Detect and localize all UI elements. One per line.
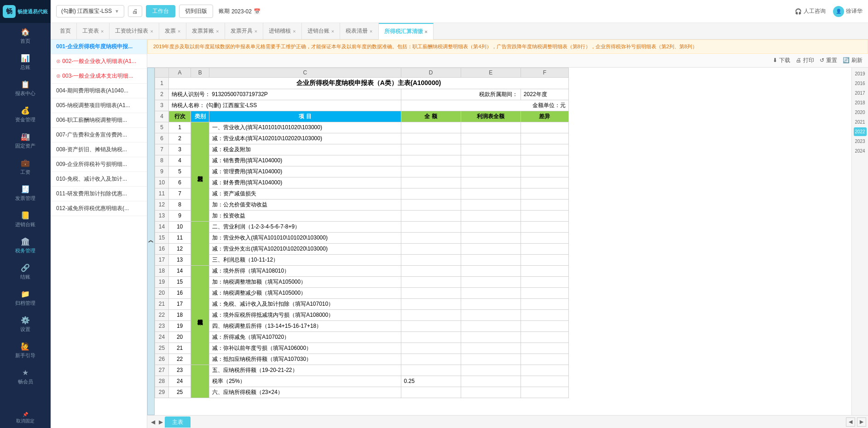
timeline-2019[interactable]: 2019 bbox=[854, 69, 867, 78]
category-empty2 bbox=[191, 365, 209, 398]
left-panel-item-010[interactable]: 010-免税、减计收入及加计... bbox=[51, 172, 147, 187]
sidebar-item-close[interactable]: 🔗 结账 bbox=[0, 259, 51, 285]
table-row: 29 25 六、应纳所得税额（23×24） bbox=[155, 387, 569, 398]
headset-icon: 🎧 bbox=[795, 8, 802, 15]
sidebar-item-ledger[interactable]: 📊 总账 bbox=[0, 49, 51, 75]
timeline-2017[interactable]: 2017 bbox=[854, 89, 867, 97]
scroll-left-btn[interactable]: ◀ bbox=[846, 417, 855, 427]
col-label-leibie: 类别 bbox=[191, 111, 209, 122]
left-panel-item-006[interactable]: 006-职工薪酬纳税调整明细... bbox=[51, 113, 147, 128]
col-E: E bbox=[461, 68, 521, 77]
print-icon: 🖨 bbox=[796, 57, 801, 63]
left-panel-item-008[interactable]: 008-资产折旧、摊销及纳税... bbox=[51, 143, 147, 157]
sidebar-item-invoice[interactable]: 🧾 发票管理 bbox=[0, 180, 51, 206]
col-C: C bbox=[209, 68, 401, 77]
scroll-right-btn[interactable]: ▶ bbox=[857, 417, 866, 427]
sheet-nav-right[interactable]: ▶ bbox=[157, 419, 165, 425]
sidebar-item-purchase[interactable]: 📒 进销台账 bbox=[0, 206, 51, 233]
tab-invoice-calc-close[interactable]: × bbox=[216, 29, 219, 34]
timeline-2018[interactable]: 2018 bbox=[854, 98, 867, 107]
download-button[interactable]: ⬇ 下载 bbox=[773, 57, 790, 64]
table-row: 14 10 二、营业利润（1-2-3-4-5-6-7-8+9） bbox=[155, 221, 569, 232]
timeline-2020[interactable]: 2020 bbox=[854, 108, 867, 117]
refresh-button[interactable]: 🔄 刷新 bbox=[843, 57, 862, 64]
tab-purchase-audit[interactable]: 进销稽核 × bbox=[263, 23, 301, 40]
tab-purchase-ledger[interactable]: 进销台账 × bbox=[302, 23, 340, 40]
tab-invoice-close[interactable]: × bbox=[178, 29, 180, 34]
left-panel-item-005[interactable]: 005-纳税调整项目明细表(A1... bbox=[51, 98, 147, 113]
account-period-value: 2023-02 bbox=[231, 8, 252, 15]
table-title-cell: 企业所得税年度纳税申报表（A类）主表(A100000) bbox=[169, 77, 569, 89]
table-row: 24 20 减：所得减免（填写A107020） bbox=[155, 331, 569, 342]
tab-home-label: 首页 bbox=[60, 27, 71, 35]
tab-invoice[interactable]: 发票 × bbox=[159, 23, 186, 40]
timeline-2024[interactable]: 2024 bbox=[854, 147, 867, 155]
sidebar-item-assets[interactable]: 🏭 固定资产 bbox=[0, 128, 51, 154]
timeline-2016[interactable]: 2016 bbox=[854, 79, 867, 88]
consult-button[interactable]: 🎧 人工咨询 bbox=[795, 7, 826, 15]
col-A: A bbox=[169, 68, 191, 77]
sidebar-item-label: 报表中心 bbox=[15, 90, 35, 97]
tax-icon: 🏛️ bbox=[21, 237, 30, 246]
reset-button[interactable]: ↺ 重置 bbox=[820, 57, 837, 64]
timeline-2022[interactable]: 2022 bbox=[854, 127, 867, 136]
left-panel-item-001[interactable]: 001-企业所得税年度纳税申报... bbox=[51, 40, 147, 54]
sheet-nav-left[interactable]: ◀ bbox=[149, 419, 157, 425]
print-button[interactable]: 🖨 打印 bbox=[796, 57, 814, 64]
sheet-tab-main[interactable]: 主表 bbox=[165, 417, 191, 428]
right-timeline: 2019 2016 2017 2018 2020 2021 2022 2023 … bbox=[851, 68, 868, 416]
company-selector[interactable]: (勾删) 江西服宝-LSS ▼ bbox=[56, 5, 124, 17]
table-row: 7 3 减：税金及附加 bbox=[155, 144, 569, 155]
tab-invoice-calc[interactable]: 发票算账 × bbox=[186, 23, 225, 40]
title-row: 1 企业所得税年度纳税申报表（A类）主表(A100000) bbox=[155, 77, 569, 89]
finance-icon: 💰 bbox=[21, 106, 30, 115]
unpin-button[interactable]: 📌 取消固定 bbox=[0, 408, 51, 428]
sidebar-item-settings[interactable]: ⚙️ 设置 bbox=[0, 311, 51, 337]
notice-text: 2019年度步及取以前年度延续数据的申报表单元格需要手工维护正确，才能保证本年及… bbox=[153, 44, 697, 49]
switch-button[interactable]: 切到旧版 bbox=[179, 5, 213, 18]
table-row: 21 17 减：免税、减计收入及加计扣除（填写A107010） bbox=[155, 298, 569, 309]
print-icon-button[interactable]: 🖨 bbox=[128, 6, 142, 17]
tax-period-label-cell: 税款所属期间： bbox=[401, 89, 521, 100]
user-profile[interactable]: 👤 徐译华 bbox=[833, 6, 862, 17]
sidebar-item-archive[interactable]: 📁 归档管理 bbox=[0, 285, 51, 311]
left-panel-item-007[interactable]: 007-广告费和业务宣传费跨... bbox=[51, 128, 147, 143]
left-panel-item-003[interactable]: ⊙ 003-一般企业成本支出明细... bbox=[51, 69, 147, 84]
left-panel-item-004[interactable]: 004-期间费用明细表(A1040... bbox=[51, 84, 147, 98]
left-panel-item-002[interactable]: ⊙ 002-一般企业收入明细表(A1... bbox=[51, 54, 147, 69]
tab-home[interactable]: 首页 bbox=[54, 23, 77, 40]
collapse-panel-button[interactable]: ❮ bbox=[147, 68, 155, 416]
tab-tax-clear[interactable]: 税表清册 × bbox=[340, 23, 378, 40]
sheet-scroll[interactable]: A B C D E F 1 bbox=[155, 68, 851, 416]
sidebar-item-guide[interactable]: 🙋 新手引导 bbox=[0, 337, 51, 364]
sidebar-item-reports[interactable]: 📋 报表中心 bbox=[0, 75, 51, 102]
sidebar-item-member[interactable]: ★ 畅会员 bbox=[0, 364, 51, 390]
sidebar-item-label: 工资 bbox=[20, 169, 30, 176]
tab-tax-clear-close[interactable]: × bbox=[370, 29, 372, 34]
sidebar-item-salary[interactable]: 💼 工资 bbox=[0, 154, 51, 180]
left-panel-item-011[interactable]: 011-研发费用加计扣除优惠... bbox=[51, 187, 147, 201]
timeline-2021[interactable]: 2021 bbox=[854, 118, 867, 126]
col-label-quane: 全 额 bbox=[401, 111, 461, 122]
tab-invoice-open-close[interactable]: × bbox=[255, 29, 257, 34]
sidebar-item-home[interactable]: 🏠 首页 bbox=[0, 23, 51, 49]
tab-salary-report-close[interactable]: × bbox=[150, 29, 153, 34]
table-row: 18 14 应纳税所得额计算 减：境外所得（填写A108010） bbox=[155, 265, 569, 276]
left-panel-item-012[interactable]: 012-减免所得税优惠明细表(... bbox=[51, 201, 147, 216]
sidebar-item-finance[interactable]: 💰 资金管理 bbox=[0, 102, 51, 128]
sidebar-item-tax[interactable]: 🏛️ 税务管理 bbox=[0, 233, 51, 259]
tab-income-tax-close[interactable]: × bbox=[425, 29, 428, 34]
table-row: 17 13 三、利润总额（10-11-12） bbox=[155, 254, 569, 265]
workbench-button[interactable]: 工作台 bbox=[146, 5, 175, 17]
tab-income-tax[interactable]: 所得税汇算清缴 × bbox=[379, 23, 434, 40]
tab-purchase-ledger-close[interactable]: × bbox=[331, 29, 334, 34]
left-panel: 001-企业所得税年度纳税申报... ⊙ 002-一般企业收入明细表(A1...… bbox=[51, 40, 147, 428]
tab-salary-close[interactable]: × bbox=[101, 29, 104, 34]
tab-purchase-audit-close[interactable]: × bbox=[293, 29, 295, 34]
col-D: D bbox=[401, 68, 461, 77]
timeline-2023[interactable]: 2023 bbox=[854, 137, 867, 146]
tab-salary[interactable]: 工资表 × bbox=[77, 23, 110, 40]
left-panel-item-009[interactable]: 009-企业所得税补亏损明细... bbox=[51, 157, 147, 172]
tab-salary-report[interactable]: 工资统计报表 × bbox=[110, 23, 159, 40]
tab-invoice-open[interactable]: 发票开具 × bbox=[225, 23, 263, 40]
